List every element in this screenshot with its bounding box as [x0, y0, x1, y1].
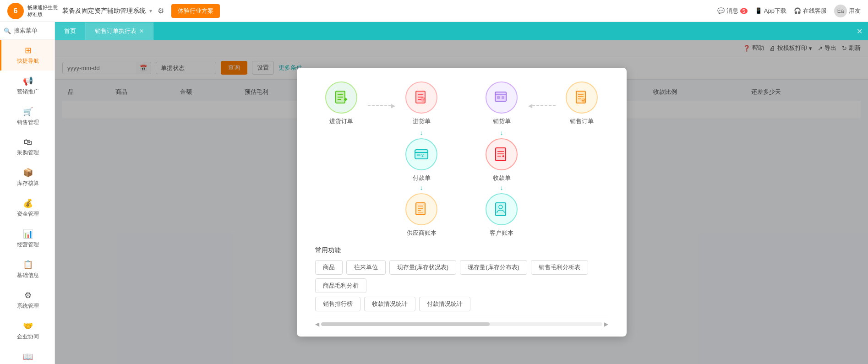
func-buttons-row1: 商品 往来单位 现存量(库存状况表) 现存量(库存分布表) 销售毛利分析表 商品… — [315, 260, 608, 293]
operation-icon: 📊 — [23, 229, 33, 239]
app-download-btn[interactable]: 📱 App下载 — [755, 7, 786, 15]
tab-bar: 首页 销售订单执行表 ✕ ✕ — [55, 22, 868, 40]
collab-icon: 🤝 — [23, 321, 33, 331]
customer-account-node[interactable] — [486, 193, 518, 225]
finance-icon: 💰 — [23, 198, 33, 208]
download-icon: 📱 — [755, 7, 762, 14]
purchase-bill-label: 进货单 — [413, 117, 431, 125]
arrow-purchase-to-bill: ▶ — [368, 103, 395, 109]
tab-home[interactable]: 首页 — [55, 22, 86, 40]
system-title-area: 装备及固定资产辅助管理系统 ▾ ⚙ 体验行业方案 — [62, 4, 717, 18]
svg-rect-15 — [497, 96, 500, 99]
sidebar-item-collab[interactable]: 🤝 企业协同 — [0, 315, 55, 346]
payment-col: ↓ ¥ 付款单 — [395, 127, 448, 237]
func-btn-receipt-stat[interactable]: 收款情况统计 — [364, 297, 415, 311]
func-btn-stock-dist[interactable]: 现存量(库存分布表) — [460, 260, 527, 275]
func-btn-partner[interactable]: 往来单位 — [346, 260, 386, 275]
main-layout: 🔍 搜索菜单 ⊞ 快捷导航 📢 营销推广 🛒 销售管理 🛍 采购管理 📦 库存核… — [0, 22, 868, 364]
content-area: ❓ 帮助 🖨 按模板打印 ▾ ↗ 导出 ↻ 刷新 — [55, 40, 868, 364]
payment-label: 付款单 — [413, 174, 431, 182]
svg-text:¥: ¥ — [421, 153, 424, 158]
scroll-left-btn[interactable]: ◀ — [315, 321, 319, 327]
spacer-arr2 — [448, 127, 475, 237]
common-functions: 常用功能 商品 往来单位 现存量(库存状况表) 现存量(库存分布表) 销售毛利分… — [315, 246, 608, 311]
down-arrow-payment: ↓ — [420, 127, 423, 138]
svg-rect-12 — [495, 92, 506, 101]
tab-sales-order[interactable]: 销售订单执行表 ✕ — [86, 22, 153, 40]
window-close-btn[interactable]: ✕ — [857, 27, 863, 35]
dropdown-icon[interactable]: ▾ — [149, 8, 152, 14]
sidebar-item-inventory[interactable]: 📦 库存核算 — [0, 162, 55, 193]
modal-overlay[interactable]: 进货订单 ▶ — [55, 40, 868, 364]
user-area[interactable]: Ea 用友 — [834, 5, 861, 17]
header-right: 💬 消息 5 📱 App下载 🎧 在线客服 Ea 用友 — [717, 5, 861, 17]
customer-account-label: 客户账本 — [490, 229, 513, 237]
receipt-col: ↓ — [475, 127, 528, 237]
tab-bar-right: ✕ — [857, 27, 868, 36]
func-btn-goods[interactable]: 商品 — [315, 260, 343, 275]
guide-icon: 📖 — [23, 352, 33, 362]
svg-rect-16 — [502, 96, 504, 99]
sidebar-item-marketing[interactable]: 📢 营销推广 — [0, 71, 55, 101]
common-functions-title: 常用功能 — [315, 246, 608, 255]
marketing-icon: 📢 — [23, 76, 33, 86]
tab-close-icon[interactable]: ✕ — [139, 28, 144, 34]
sales-bill-node-wrap: 销货单 — [475, 81, 528, 125]
receipt-node[interactable] — [486, 138, 518, 170]
func-btn-stock-status[interactable]: 现存量(库存状况表) — [389, 260, 457, 275]
logo-icon: 6 — [7, 3, 24, 19]
system-icon: ⚙ — [24, 290, 32, 300]
scrollbar-track[interactable] — [321, 322, 602, 326]
scroll-right-btn[interactable]: ▶ — [604, 321, 608, 327]
modal-scrollbar: ◀ ▶ — [315, 317, 608, 327]
sales-icon: 🛒 — [23, 107, 33, 117]
svg-rect-26 — [417, 154, 420, 156]
func-btn-goods-profit[interactable]: 商品毛利分析 — [315, 278, 366, 293]
flow-diagram: 进货订单 ▶ — [315, 81, 608, 237]
sales-order-node[interactable] — [566, 81, 598, 114]
arrow-sales-order-to-bill: ◀ — [528, 103, 556, 109]
settings-icon[interactable]: ⚙ — [158, 6, 164, 15]
sales-bill-node[interactable] — [486, 81, 518, 114]
top-header: 6 畅康通好生意 标准版 装备及固定资产辅助管理系统 ▾ ⚙ 体验行业方案 💬 … — [0, 0, 868, 22]
sidebar-item-operation[interactable]: 📊 经营管理 — [0, 223, 55, 254]
sales-order-node-wrap: 销售订单 — [556, 81, 608, 125]
flow-row-top: 进货订单 ▶ — [315, 81, 608, 125]
message-btn[interactable]: 💬 消息 5 — [717, 7, 748, 15]
payment-node[interactable]: ¥ — [405, 138, 437, 170]
purchase-bill-node[interactable]: ✓ — [405, 81, 437, 114]
message-badge: 5 — [740, 8, 748, 14]
sidebar-item-quick-nav[interactable]: ⊞ 快捷导航 — [0, 40, 55, 71]
func-btn-sales-profit[interactable]: 销售毛利分析表 — [531, 260, 588, 275]
logo-area: 6 畅康通好生意 标准版 — [7, 3, 62, 19]
service-icon: 🎧 — [794, 7, 801, 14]
supplier-account-node[interactable] — [405, 193, 437, 225]
sidebar-item-purchase[interactable]: 🛍 采购管理 — [0, 132, 55, 162]
svg-rect-39 — [496, 203, 506, 216]
supplier-account-label: 供应商账本 — [407, 229, 437, 237]
purchase-bill-node-wrap: ✓ 进货单 — [395, 81, 448, 125]
sidebar: 🔍 搜索菜单 ⊞ 快捷导航 📢 营销推广 🛒 销售管理 🛍 采购管理 📦 库存核… — [0, 22, 55, 364]
system-title: 装备及固定资产辅助管理系统 — [62, 7, 146, 15]
purchase-order-node-wrap: 进货订单 — [315, 81, 368, 125]
basic-icon: 📋 — [23, 260, 33, 270]
func-btn-payment-stat[interactable]: 付款情况统计 — [419, 297, 470, 311]
sidebar-item-basic[interactable]: 📋 基础信息 — [0, 254, 55, 285]
sidebar-item-guide[interactable]: 📖 新手引导 — [0, 346, 55, 364]
search-menu-btn[interactable]: 🔍 搜索菜单 — [0, 22, 55, 40]
sidebar-item-system[interactable]: ⚙ 系统管理 — [0, 285, 55, 315]
experience-btn[interactable]: 体验行业方案 — [171, 4, 220, 18]
purchase-order-node[interactable] — [325, 81, 357, 114]
sidebar-item-sales[interactable]: 🛒 销售管理 — [0, 101, 55, 132]
func-btn-sales-rank[interactable]: 销售排行榜 — [315, 297, 360, 311]
online-service-btn[interactable]: 🎧 在线客服 — [794, 7, 827, 15]
down-arrow-customer: ↓ — [500, 182, 503, 193]
spacer-col1 — [315, 127, 368, 237]
spacer-col4 — [528, 127, 556, 237]
svg-rect-34 — [496, 148, 506, 161]
sales-bill-label: 销货单 — [493, 117, 511, 125]
message-icon: 💬 — [717, 7, 725, 14]
sidebar-item-finance[interactable]: 💰 资金管理 — [0, 193, 55, 223]
flow-row-arrows: ↓ ¥ 付款单 — [315, 127, 608, 237]
spacer-arr1 — [368, 127, 395, 237]
